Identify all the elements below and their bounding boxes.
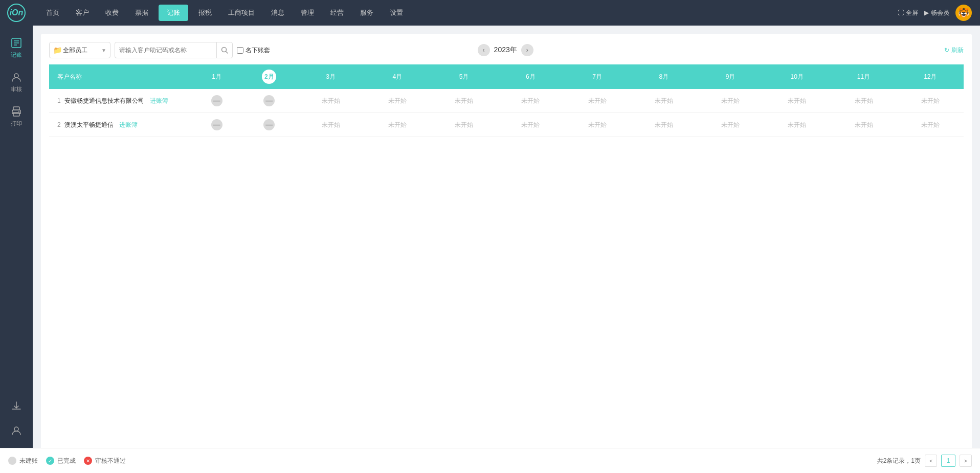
footer-legend: 未建账 ✓ 已完成 ✕ 审核不通过	[8, 457, 126, 465]
employee-select-wrap: 📁 全部员工 ▼	[49, 42, 110, 58]
row1-m5-status: 未开始	[455, 97, 473, 104]
my-accounts-checkbox[interactable]	[237, 47, 243, 54]
nav-billing[interactable]: 收费	[97, 0, 127, 26]
nav-service[interactable]: 服务	[352, 0, 382, 26]
sidebar-download[interactable]	[0, 394, 33, 418]
nav-accounting[interactable]: 记账	[159, 5, 188, 21]
row2-m12: 未开始	[897, 113, 964, 137]
nav-tax[interactable]: 报税	[190, 0, 220, 26]
row2-m9: 未开始	[697, 113, 764, 137]
row2-m4: 未开始	[364, 113, 431, 137]
sidebar-item-print[interactable]: 打印	[0, 99, 33, 133]
col-m4: 4月	[364, 64, 431, 89]
nav-message[interactable]: 消息	[263, 0, 293, 26]
legend-not-built-label: 未建账	[19, 457, 38, 465]
row1-m3: 未开始	[297, 89, 364, 113]
row2-m4-status: 未开始	[388, 121, 407, 128]
nav-business[interactable]: 工商项目	[220, 0, 263, 26]
legend-gray-dot	[8, 457, 16, 465]
row1-m4: 未开始	[364, 89, 431, 113]
row1-m12: 未开始	[897, 89, 964, 113]
my-accounts-checkbox-wrap[interactable]: 名下账套	[237, 46, 270, 55]
sidebar-user[interactable]	[0, 418, 33, 443]
legend-completed-label: 已完成	[57, 457, 76, 465]
row2-m8-status: 未开始	[655, 121, 673, 128]
my-accounts-label: 名下账套	[246, 46, 270, 55]
sidebar-bottom	[0, 394, 33, 443]
accounting-icon	[10, 37, 23, 49]
nav-operation[interactable]: 经营	[322, 0, 352, 26]
row2-m5: 未开始	[431, 113, 497, 137]
row1-m7: 未开始	[564, 89, 630, 113]
employee-select[interactable]: 全部员工	[49, 42, 110, 58]
row2-m9-status: 未开始	[721, 121, 740, 128]
row1-m2-dash: —	[263, 95, 275, 106]
vip-label: 畅会员	[931, 9, 949, 17]
row2-m7-status: 未开始	[588, 121, 607, 128]
svg-rect-5	[13, 107, 19, 110]
nav-items: 首页 客户 收费 票据 记账 报税 工商项目 消息 管理 经营 服务 设置	[33, 0, 898, 26]
nav-home[interactable]: 首页	[38, 0, 68, 26]
svg-point-7	[18, 111, 19, 112]
row1-m6-status: 未开始	[521, 97, 540, 104]
row2-m12-status: 未开始	[921, 121, 940, 128]
sidebar: 记账 审核 打印	[0, 26, 33, 448]
row2-m10: 未开始	[764, 113, 830, 137]
col-m10: 10月	[764, 64, 830, 89]
user-avatar[interactable]: 🐯	[955, 5, 972, 21]
legend-completed: ✓ 已完成	[46, 457, 76, 465]
sidebar-item-accounting[interactable]: 记账	[0, 31, 33, 65]
row2-m7: 未开始	[564, 113, 630, 137]
col-m7: 7月	[564, 64, 630, 89]
row2-m8: 未开始	[631, 113, 697, 137]
nav-invoice[interactable]: 票据	[127, 0, 157, 26]
row2-m11-status: 未开始	[855, 121, 873, 128]
row2-m11: 未开始	[830, 113, 897, 137]
row1-index: 1	[57, 97, 61, 104]
col-m2: 2月	[241, 64, 297, 89]
nav-right-actions: ⛶ 全屏 ▶ 畅会员 🐯	[898, 5, 980, 21]
next-year-button[interactable]: ›	[521, 44, 533, 56]
search-button[interactable]	[216, 42, 233, 58]
legend-teal-dot: ✓	[46, 457, 54, 465]
row2-m6-status: 未开始	[521, 121, 540, 128]
fullscreen-label: 全屏	[906, 9, 918, 17]
prev-year-button[interactable]: ‹	[478, 44, 490, 56]
month-active-indicator: 2月	[262, 70, 276, 84]
row1-m9: 未开始	[697, 89, 764, 113]
row1-m7-status: 未开始	[588, 97, 607, 104]
col-m1: 1月	[192, 64, 241, 89]
vip-btn[interactable]: ▶ 畅会员	[924, 9, 949, 17]
row1-m8-status: 未开始	[655, 97, 673, 104]
legend-red-dot: ✕	[84, 457, 92, 465]
refresh-button[interactable]: ↻ 刷新	[944, 46, 964, 55]
row2-enter-link[interactable]: 进账簿	[119, 121, 138, 128]
row1-m11: 未开始	[830, 89, 897, 113]
app-logo[interactable]: iOn	[0, 0, 33, 26]
row1-enter-link[interactable]: 进账簿	[150, 97, 168, 104]
row1-m6: 未开始	[497, 89, 564, 113]
vip-icon: ▶	[924, 9, 929, 16]
search-group	[115, 42, 233, 58]
row1-m10-status: 未开始	[788, 97, 806, 104]
row2-m6: 未开始	[497, 113, 564, 137]
fullscreen-btn[interactable]: ⛶ 全屏	[898, 9, 918, 17]
prev-page-button[interactable]: ＜	[925, 455, 937, 467]
row2-m2: —	[241, 113, 297, 137]
svg-point-4	[14, 74, 18, 78]
svg-rect-6	[13, 112, 19, 116]
pagination: 共2条记录，1页 ＜ 1 ＞	[877, 455, 972, 467]
legend-rejected-label: 审核不通过	[95, 457, 126, 465]
search-input[interactable]	[115, 42, 217, 58]
row2-m10-status: 未开始	[788, 121, 806, 128]
table-row: 2 澳澳太平畅捷通信 进账簿 — — 未开始 未开始 未开始 未开始 未开始 未…	[49, 113, 964, 137]
nav-management[interactable]: 管理	[293, 0, 322, 26]
nav-settings[interactable]: 设置	[382, 0, 411, 26]
col-m6: 6月	[497, 64, 564, 89]
next-page-button[interactable]: ＞	[960, 455, 972, 467]
nav-customer[interactable]: 客户	[68, 0, 97, 26]
row1-name-cell: 1 安徽畅捷通信息技术有限公司 进账簿	[49, 89, 192, 113]
user-icon	[10, 424, 23, 437]
sidebar-item-review[interactable]: 审核	[0, 65, 33, 99]
row1-m8: 未开始	[631, 89, 697, 113]
